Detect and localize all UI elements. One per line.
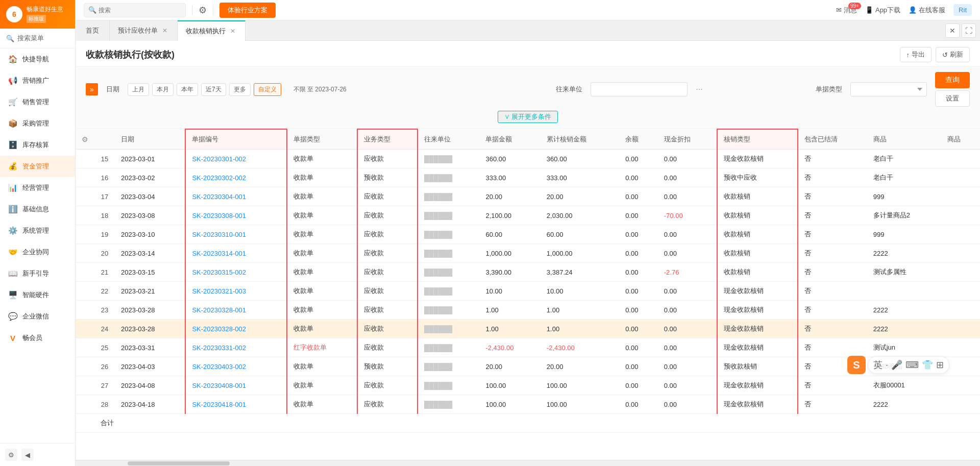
td-amount: 20.00 (479, 187, 540, 206)
sidebar-search[interactable]: 🔍 搜索菜单 (0, 29, 75, 48)
sidebar-item-system[interactable]: ⚙️ 系统管理 (0, 220, 75, 241)
td-settings (76, 395, 94, 414)
td-voucher-no[interactable]: SK-20230314-001 (185, 244, 287, 263)
sidebar-item-label: 系统管理 (22, 226, 49, 235)
topbar-settings-icon[interactable]: ⚙ (199, 5, 207, 16)
td-discount: -2.76 (658, 263, 717, 282)
td-cumulative: 1.00 (541, 320, 619, 338)
th-settings[interactable]: ⚙ (76, 129, 94, 150)
td-product2 (941, 263, 980, 282)
sidebar-item-finance[interactable]: 💰 资金管理 (0, 156, 75, 177)
table-scrollbar[interactable] (76, 460, 980, 466)
watermark-icon-2[interactable]: 🎤 (891, 359, 902, 371)
td-amount: 20.00 (479, 357, 540, 376)
td-voucher-no[interactable]: SK-20230310-001 (185, 225, 287, 244)
th-party: 往来单位 (418, 129, 479, 150)
td-voucher-no[interactable]: SK-20230328-002 (185, 320, 287, 338)
filter-this-month-btn[interactable]: 本月 (152, 83, 174, 96)
sidebar-item-basic[interactable]: ℹ️ 基础信息 (0, 199, 75, 220)
user-avatar[interactable]: Rit (953, 4, 972, 16)
table-settings-icon[interactable]: ⚙ (82, 135, 88, 143)
td-voucher-no[interactable]: SK-20230301-002 (185, 150, 287, 168)
td-voucher-no[interactable]: SK-20230328-001 (185, 301, 287, 320)
td-product2 (941, 206, 980, 225)
filter-7days-btn[interactable]: 近7天 (201, 83, 226, 96)
prepay-tab-close[interactable]: ✕ (161, 27, 169, 35)
td-voucher-no[interactable]: SK-20230418-001 (185, 395, 287, 414)
td-num: 20 (94, 244, 115, 263)
td-balance: 0.00 (619, 338, 658, 357)
td-voucher-no[interactable]: SK-20230321-003 (185, 282, 287, 301)
tab-prepay[interactable]: 预计应收付单 ✕ (110, 20, 178, 41)
td-party: ██████ (418, 376, 479, 395)
app-download-label: App下载 (875, 6, 900, 15)
sidebar-collapse-icon[interactable]: ◀ (21, 449, 34, 461)
td-voucher-no[interactable]: SK-20230302-002 (185, 168, 287, 187)
td-party: ██████ (418, 225, 479, 244)
watermark-icon-1[interactable]: 英 (873, 359, 883, 371)
td-include-settled: 否 (798, 206, 867, 225)
td-date: 2023-03-04 (115, 187, 185, 206)
filter-expand-button[interactable]: » (86, 83, 98, 95)
td-product2 (941, 320, 980, 338)
messages-item[interactable]: ✉ 消息 99+ (836, 6, 857, 15)
td-settings (76, 225, 94, 244)
filter-voucher-type-select[interactable]: 收款单 红字收款单 (850, 82, 927, 96)
td-voucher-no[interactable]: SK-20230308-001 (185, 206, 287, 225)
topbar-search-input[interactable] (99, 7, 181, 14)
td-voucher-type: 收款单 (287, 206, 357, 225)
sidebar-item-marketing[interactable]: 📢 营销推广 (0, 70, 75, 91)
filter-custom-date-btn[interactable]: 自定义 (254, 83, 281, 96)
watermark-icon-4[interactable]: 👕 (922, 359, 933, 371)
td-voucher-no[interactable]: SK-20230315-002 (185, 263, 287, 282)
td-voucher-no[interactable]: SK-20230403-002 (185, 357, 287, 376)
sidebar-item-wechat[interactable]: 💬 企业微信 (0, 306, 75, 327)
tab-fullscreen-button[interactable]: ⛶ (962, 23, 976, 38)
collection-tab-close[interactable]: ✕ (229, 27, 237, 35)
filter-party-dots[interactable]: ··· (696, 85, 702, 94)
sidebar-item-inventory[interactable]: 🗄️ 库存核算 (0, 134, 75, 156)
sidebar-item-purchase[interactable]: 📦 采购管理 (0, 113, 75, 134)
td-cumulative: 20.00 (541, 187, 619, 206)
sidebar-item-operation[interactable]: 📊 经营管理 (0, 177, 75, 199)
td-product: 2222 (867, 244, 942, 263)
tab-close-all-button[interactable]: ✕ (945, 23, 960, 38)
query-button[interactable]: 查询 (935, 72, 970, 88)
filter-party-input[interactable] (591, 82, 688, 96)
filter-expand-row: ∨ 展开更多条件 (86, 111, 970, 123)
online-service-item[interactable]: 👤 在线客服 (909, 6, 945, 15)
tab-home[interactable]: 首页 (76, 20, 110, 41)
filter-last-month-btn[interactable]: 上月 (128, 83, 149, 96)
filter-more-btn[interactable]: 更多 (229, 83, 251, 96)
sidebar-item-corp[interactable]: 🤝 企业协同 (0, 241, 75, 263)
td-voucher-no[interactable]: SK-20230408-001 (185, 376, 287, 395)
refresh-button[interactable]: ↺ 刷新 (936, 47, 970, 62)
filter-settings-button[interactable]: 设置 (935, 90, 970, 107)
sidebar-item-sales[interactable]: 🛒 销售管理 (0, 91, 75, 113)
expand-more-conditions-button[interactable]: ∨ 展开更多条件 (498, 111, 558, 123)
td-discount: 0.00 (658, 150, 717, 168)
td-balance: 0.00 (619, 376, 658, 395)
sidebar-item-guide[interactable]: 📖 新手引导 (0, 263, 75, 284)
td-biz-type: 预收款 (357, 357, 418, 376)
sidebar-item-hardware[interactable]: 🖥️ 智能硬件 (0, 284, 75, 306)
watermark-icon-5[interactable]: ⊞ (936, 359, 944, 371)
sidebar-settings-icon[interactable]: ⚙ (5, 449, 17, 461)
watermark-icon-3[interactable]: ⌨ (905, 359, 919, 371)
export-button[interactable]: ↑ 导出 (900, 47, 932, 62)
th-include-settled: 包含已结清 (798, 129, 867, 150)
sidebar-item-quick-nav[interactable]: 🏠 快捷导航 (0, 48, 75, 70)
sidebar: 6 畅康道好生意 标推版 🔍 搜索菜单 🏠 快捷导航 📢 营销推广 🛒 销售管理… (0, 0, 76, 466)
topbar-search-box[interactable]: 🔍 (84, 3, 186, 17)
app-download-item[interactable]: 📱 App下载 (865, 6, 900, 15)
sidebar-item-member[interactable]: V 畅会员 (0, 327, 75, 349)
scrollbar-thumb[interactable] (128, 461, 230, 465)
tab-collection[interactable]: 收款核销执行 ✕ (178, 20, 246, 41)
user-name: Rit (959, 6, 967, 14)
td-voucher-no[interactable]: SK-20230331-002 (185, 338, 287, 357)
td-balance: 0.00 (619, 187, 658, 206)
td-voucher-no[interactable]: SK-20230304-001 (185, 187, 287, 206)
member-icon: V (8, 333, 17, 342)
solution-button[interactable]: 体验行业方案 (219, 3, 276, 18)
filter-this-year-btn[interactable]: 本年 (177, 83, 198, 96)
